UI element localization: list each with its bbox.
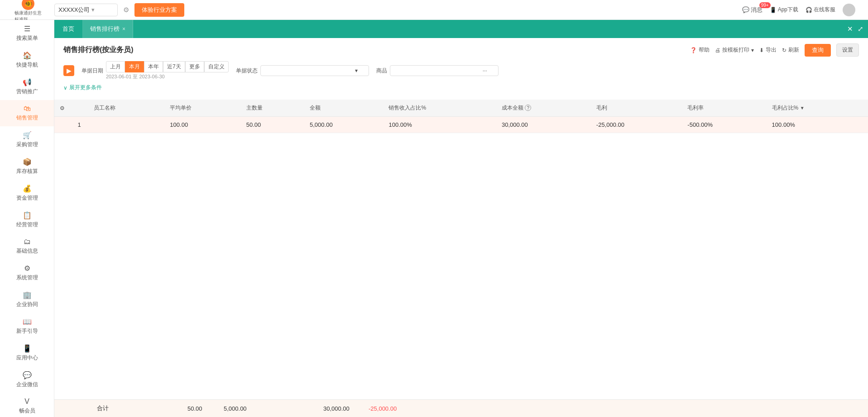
sidebar-item-search-order[interactable]: ☰ 搜索菜单	[0, 20, 54, 47]
sidebar-item-enterprise-wechat[interactable]: 💬 企业微信	[0, 366, 54, 393]
sidebar-item-system-mgmt[interactable]: ⚙ 系统管理	[0, 259, 54, 286]
content-area: 首页 销售排行榜 × ✕ ⤢ 销售排行榜(按业务员) ❓ 帮助 🖨 按模	[54, 20, 868, 417]
tab-bar-right: ✕ ⤢	[843, 20, 868, 38]
footer-main-qty: 50.00	[182, 405, 218, 412]
online-service-button[interactable]: 🎧 在线客服	[806, 6, 835, 14]
table-footer: 合计 50.00 5,000.00 30,000.00 -25,000.00	[54, 399, 868, 417]
sidebar-item-label: 基础信息	[16, 247, 38, 255]
print-button[interactable]: 🖨 按模板打印 ▾	[715, 46, 754, 54]
date-buttons: 上月 本月 本年 近7天 更多 自定义	[106, 61, 229, 72]
export-icon: ⬇	[759, 47, 764, 53]
date-btn-this-month[interactable]: 本月	[125, 61, 144, 72]
help-button[interactable]: ❓ 帮助	[690, 46, 710, 54]
cell-settings	[54, 117, 70, 133]
sidebar-item-new-guide[interactable]: 📖 新手引导	[0, 313, 54, 340]
tab-sales-ranking[interactable]: 销售排行榜 ×	[83, 20, 133, 38]
sidebar-item-label: 企业微信	[16, 381, 38, 388]
company-selector[interactable]: XXXXX公司 ▾	[54, 4, 118, 16]
sidebar-item-inventory[interactable]: 📦 库存核算	[0, 153, 54, 180]
date-filter-group: 单据日期 上月 本月 本年 近7天 更多 自定义 2023-06-01 至 20…	[82, 61, 229, 80]
sidebar-item-enterprise-collab[interactable]: 🏢 企业协同	[0, 286, 54, 313]
product-select-dots: ···	[483, 67, 487, 74]
inventory-icon: 📦	[23, 158, 32, 166]
expand-more-conditions[interactable]: ∨ 展开更多条件	[63, 80, 859, 95]
date-btn-custom[interactable]: 自定义	[204, 61, 229, 72]
sidebar-item-marketing[interactable]: 📢 营销推广	[0, 73, 54, 100]
status-filter-label: 单据状态	[236, 67, 258, 75]
gear-icon[interactable]: ⚙	[123, 6, 129, 14]
expand-arrow-icon: ▶	[67, 67, 72, 74]
sidebar-item-finance[interactable]: 💰 资金管理	[0, 180, 54, 206]
date-btn-7days[interactable]: 近7天	[163, 61, 185, 72]
sidebar-item-app-center[interactable]: 📱 应用中心	[0, 340, 54, 366]
export-button[interactable]: ⬇ 导出	[759, 46, 777, 54]
query-button[interactable]: 查询	[805, 44, 831, 57]
cell-rank: 1	[70, 117, 88, 133]
app-dl-icon: 📱	[770, 7, 777, 13]
wechat-icon: 💬	[23, 371, 32, 379]
tab-home[interactable]: 首页	[54, 20, 83, 38]
cell-gross-margin: -500.00%	[682, 117, 766, 133]
tab-close-window-icon[interactable]: ✕	[847, 25, 853, 33]
col-gross-pct: 毛利占比% ▼	[767, 100, 868, 117]
col-avg-price: 平均单价	[164, 100, 240, 117]
header-actions: ❓ 帮助 🖨 按模板打印 ▾ ⬇ 导出 ↻ 刷新 查询 设置	[690, 43, 859, 57]
col-settings[interactable]: ⚙	[54, 100, 70, 117]
message-button[interactable]: 💬 消息 99+	[742, 6, 762, 14]
settings-button[interactable]: 设置	[836, 43, 859, 57]
avatar[interactable]	[843, 4, 855, 16]
purchase-icon: 🛒	[23, 131, 32, 139]
sidebar-item-member[interactable]: V 畅会员	[0, 393, 54, 417]
chevron-down-icon: ∨	[63, 85, 67, 91]
trial-button[interactable]: 体验行业方案	[134, 3, 184, 17]
status-select[interactable]: ▾	[260, 65, 369, 76]
product-select[interactable]: ···	[390, 65, 499, 76]
sidebar-item-quick-nav[interactable]: 🏠 快捷导航	[0, 47, 54, 73]
marketing-icon: 📢	[23, 78, 32, 86]
filter-expand-btn[interactable]: ▶	[63, 65, 74, 76]
cell-gross-pct: 100.00%	[767, 117, 868, 133]
date-btn-last-month[interactable]: 上月	[106, 61, 125, 72]
page-header: 销售排行榜(按业务员) ❓ 帮助 🖨 按模板打印 ▾ ⬇ 导出 ↻ 刷新	[54, 38, 868, 57]
sidebar: ☰ 搜索菜单 🏠 快捷导航 📢 营销推广 🛍 销售管理 🛒 采购管理 📦 库存核…	[0, 20, 54, 417]
company-name: XXXXX公司	[58, 6, 90, 14]
date-btn-more[interactable]: 更多	[185, 61, 204, 72]
tab-expand-icon[interactable]: ⤢	[858, 25, 863, 33]
sidebar-item-operations[interactable]: 📋 经营管理	[0, 206, 54, 233]
refresh-button[interactable]: ↻ 刷新	[782, 46, 799, 54]
logo-icon: 🐠	[22, 0, 34, 10]
tab-bar: 首页 销售排行榜 × ✕ ⤢	[54, 20, 868, 38]
top-bar: 🐠 畅康通好生意 标准版 XXXXX公司 ▾ ⚙ 体验行业方案 💬 消息 99+…	[0, 0, 868, 20]
cell-amount: 5,000.00	[304, 117, 383, 133]
col-gross-profit: 毛利	[591, 100, 682, 117]
expand-label: 展开更多条件	[69, 84, 102, 91]
table-area: ⚙ 员工名称 平均单价 主数量 全额 销售收入占比% 成本全额 ? 毛利 毛利率…	[54, 100, 868, 399]
sidebar-item-label: 营销推广	[16, 88, 38, 96]
online-service-label: 在线客服	[814, 6, 835, 14]
col-rank	[70, 100, 88, 117]
top-right-area: 💬 消息 99+ 📱 App下载 🎧 在线客服	[742, 4, 863, 16]
sidebar-item-purchase-mgmt[interactable]: 🛒 采购管理	[0, 126, 54, 153]
main-layout: ☰ 搜索菜单 🏠 快捷导航 📢 营销推广 🛍 销售管理 🛒 采购管理 📦 库存核…	[0, 20, 868, 417]
sidebar-item-sales-mgmt[interactable]: 🛍 销售管理	[0, 100, 54, 126]
col-cost-amount: 成本全额 ?	[496, 100, 591, 117]
tab-close-icon[interactable]: ×	[122, 26, 125, 32]
app-download-button[interactable]: 📱 App下载	[770, 6, 798, 14]
footer-amount: 5,000.00	[218, 405, 264, 412]
guide-icon: 📖	[23, 317, 32, 326]
filter-area: ▶ 单据日期 上月 本月 本年 近7天 更多 自定义 20	[54, 57, 868, 100]
sidebar-item-label: 新手引导	[16, 327, 38, 335]
message-badge: 99+	[759, 2, 771, 8]
product-filter-label: 商品	[376, 67, 387, 75]
product-filter-group: 商品 ···	[376, 65, 499, 76]
help-icon: ❓	[690, 47, 697, 53]
cell-gross-profit: -25,000.00	[591, 117, 682, 133]
tab-sales-ranking-label: 销售排行榜	[90, 25, 120, 33]
print-icon: 🖨	[715, 47, 720, 53]
logo-area: 🐠 畅康通好生意 标准版	[5, 0, 51, 23]
col-main-qty: 主数量	[241, 100, 304, 117]
sidebar-item-basic-info[interactable]: 🗂 基础信息	[0, 233, 54, 259]
col-sales-pct: 销售收入占比%	[383, 100, 496, 117]
date-btn-this-year[interactable]: 本年	[144, 61, 163, 72]
data-table: ⚙ 员工名称 平均单价 主数量 全额 销售收入占比% 成本全额 ? 毛利 毛利率…	[54, 100, 868, 133]
